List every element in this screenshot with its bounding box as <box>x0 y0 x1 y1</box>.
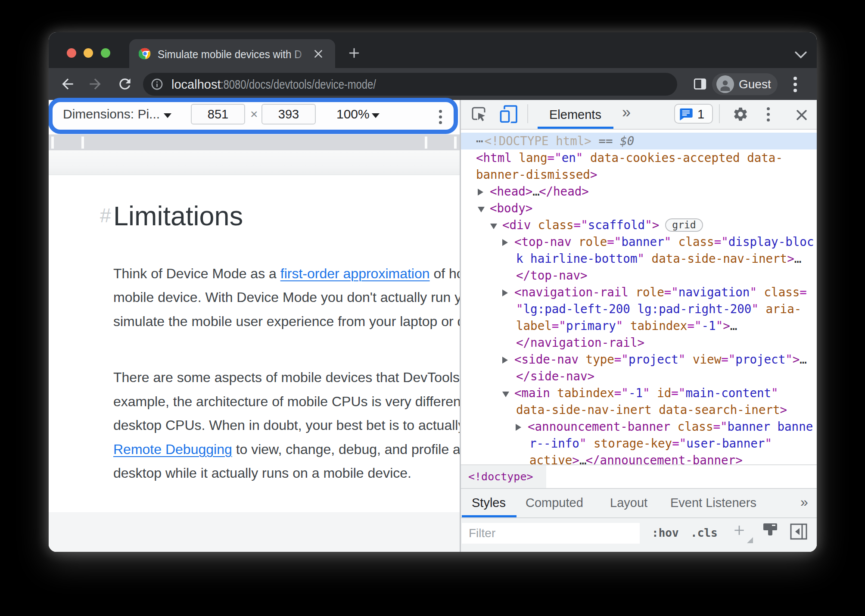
tree-row[interactable]: <main tabindex="-1" id="main-content" <box>461 385 817 401</box>
toggle-element-state-button[interactable]: :hov <box>652 526 679 539</box>
browser-tab[interactable]: Simulate mobile devices with D <box>129 39 335 68</box>
tree-row[interactable]: <div class="scaffold">grid <box>461 217 817 233</box>
code-token: tabindex <box>630 319 687 333</box>
tree-row[interactable]: </side-nav> <box>461 368 817 385</box>
tree-row[interactable]: data-side-nav-inert data-search-inert> <box>461 401 817 418</box>
browser-menu-icon[interactable] <box>793 77 797 92</box>
styles-tab-computed[interactable]: Computed <box>526 496 583 510</box>
forward-button[interactable] <box>87 76 103 92</box>
close-window-button[interactable] <box>67 48 76 58</box>
styles-tab-event-listeners[interactable]: Event Listeners <box>670 496 756 510</box>
collapsed-arrow-icon[interactable] <box>478 189 483 196</box>
toggle-device-toolbar-icon[interactable] <box>499 104 518 124</box>
code-token: type <box>586 352 614 366</box>
code-token: = <box>800 285 807 299</box>
tree-row[interactable]: </navigation-rail> <box>461 334 817 351</box>
code-token: " <box>771 386 778 400</box>
tree-row[interactable]: ⋯<!DOCTYPE html> == $0 <box>461 133 817 149</box>
device-width-input[interactable]: 851 <box>191 104 245 124</box>
code-token: navigation <box>678 285 750 299</box>
collapsed-arrow-icon[interactable] <box>516 424 521 431</box>
tree-row[interactable]: <html lang="en" data-cookies-accepted da… <box>461 149 817 166</box>
fullscreen-window-button[interactable] <box>101 48 110 58</box>
address-bar[interactable]: localhost:8080/docs/devtools/device-mode… <box>143 73 677 96</box>
console-messages-badge[interactable]: 1 <box>674 104 713 124</box>
tree-row[interactable]: banner-dismissed> <box>461 166 817 183</box>
tree-row[interactable]: active>…</announcement-banner> <box>461 452 817 464</box>
code-token: <body> <box>490 201 532 215</box>
tree-row[interactable]: r--info" storage-key="user-banner" <box>461 435 817 452</box>
rendering-emulation-icon[interactable] <box>762 523 778 541</box>
heading-anchor-hash[interactable]: # <box>100 204 111 227</box>
profile-button[interactable]: Guest <box>712 73 778 95</box>
settings-gear-icon[interactable] <box>732 106 749 122</box>
device-height-input[interactable]: 393 <box>261 104 316 124</box>
tree-row[interactable]: "lg:pad-left-200 lg:pad-right-200" aria- <box>461 301 817 317</box>
dimensions-dropdown[interactable]: Dimensions: Pi... <box>63 107 160 121</box>
inspect-element-icon[interactable] <box>471 106 487 123</box>
styles-filter-input[interactable] <box>462 523 640 544</box>
code-token: user-banner <box>686 436 765 450</box>
code-token: == <box>591 134 620 148</box>
more-styles-tabs-icon[interactable]: » <box>800 494 808 510</box>
doc-link[interactable]: first-order approximation <box>280 266 430 281</box>
code-token: banner banne <box>728 420 813 433</box>
tab-elements[interactable]: Elements <box>529 100 613 129</box>
media-query-bar[interactable] <box>49 134 460 150</box>
code-token: " <box>750 285 764 299</box>
expanded-arrow-icon[interactable] <box>502 392 509 397</box>
devtools-close-icon[interactable] <box>794 108 809 122</box>
new-tab-button[interactable] <box>348 47 361 59</box>
tree-row[interactable]: <announcement-banner class="banner banne <box>461 418 817 435</box>
grid-badge[interactable]: grid <box>665 218 703 232</box>
tree-row[interactable]: k hairline-bottom" data-side-nav-inert>… <box>461 250 817 267</box>
code-token: … <box>800 352 806 366</box>
expanded-arrow-icon[interactable] <box>490 224 497 229</box>
toolbar-separator <box>719 104 720 123</box>
tree-row[interactable]: </top-nav> <box>461 267 817 284</box>
more-panels-icon[interactable]: » <box>622 103 631 121</box>
tree-row[interactable]: <top-nav role="banner" class="display-bl… <box>461 233 817 250</box>
code-token: =" <box>713 420 727 433</box>
styles-tab-styles[interactable]: Styles <box>472 496 506 510</box>
doc-link[interactable]: Remote Debugging <box>113 442 232 457</box>
code-token: <side-nav <box>514 352 586 366</box>
back-button[interactable] <box>59 76 76 92</box>
code-token: banner <box>621 235 664 249</box>
breadcrumb-doctype[interactable]: <!doctype> <box>461 465 546 488</box>
code-token: =" <box>672 436 686 450</box>
code-token: project <box>629 352 678 366</box>
reload-button[interactable] <box>117 76 133 92</box>
tree-row[interactable]: label="primary" tabindex="-1">… <box>461 317 817 334</box>
tree-row[interactable]: <head>…</head> <box>461 183 817 200</box>
zoom-caret-icon <box>372 113 380 118</box>
code-token: data-side-nav-inert data-search-inert <box>516 403 780 417</box>
element-classes-button[interactable]: .cls <box>691 526 718 539</box>
tree-row[interactable]: <side-nav type="project" view="project">… <box>461 351 817 368</box>
code-token: > <box>787 252 794 265</box>
zoom-dropdown[interactable]: 100% <box>336 107 370 121</box>
new-style-rule-icon[interactable] <box>732 523 746 537</box>
media-query-mark <box>51 137 54 149</box>
toggle-sidebar-icon[interactable] <box>790 523 807 540</box>
tab-search-chevron-icon[interactable] <box>794 50 808 60</box>
side-panel-icon[interactable] <box>693 77 707 91</box>
collapsed-arrow-icon[interactable] <box>502 357 508 364</box>
collapsed-arrow-icon[interactable] <box>502 239 508 246</box>
minimize-window-button[interactable] <box>84 48 93 58</box>
devtools-menu-icon[interactable] <box>767 107 770 122</box>
collapsed-arrow-icon[interactable] <box>502 289 508 296</box>
tree-row[interactable]: <body> <box>461 200 817 217</box>
site-info-icon[interactable] <box>150 78 164 91</box>
code-token: =" <box>664 285 678 299</box>
code-token: ⋯ <box>476 134 482 148</box>
tab-close-icon[interactable] <box>313 48 324 59</box>
new-style-rule-corner <box>747 537 753 543</box>
device-toolbar-menu-icon[interactable] <box>439 110 442 124</box>
expanded-arrow-icon[interactable] <box>478 207 485 212</box>
code-token: -1 <box>629 386 643 400</box>
code-token: > <box>572 453 579 464</box>
styles-tab-layout[interactable]: Layout <box>610 496 647 510</box>
code-token: " <box>785 352 793 366</box>
tree-row[interactable]: <navigation-rail role="navigation" class… <box>461 284 817 301</box>
